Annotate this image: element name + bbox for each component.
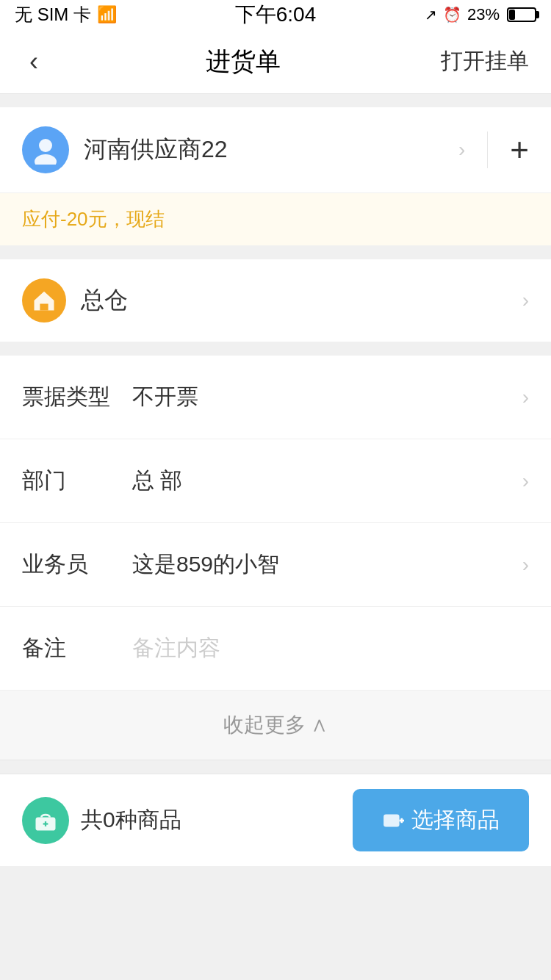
back-button[interactable]: ‹ bbox=[22, 39, 46, 84]
warehouse-name: 总仓 bbox=[81, 284, 522, 317]
department-label: 部门 bbox=[22, 466, 118, 496]
invoice-type-label: 票据类型 bbox=[22, 382, 118, 412]
select-product-label: 选择商品 bbox=[411, 805, 500, 835]
svg-point-0 bbox=[39, 139, 52, 152]
battery-icon bbox=[507, 7, 536, 22]
section-divider-4 bbox=[0, 760, 551, 774]
nav-bar: ‹ 进货单 打开挂单 bbox=[0, 29, 551, 94]
status-right: ↗ ⏰ 23% bbox=[425, 5, 536, 24]
form-section: 票据类型 不开票 › 部门 总 部 › 业务员 这是859的小智 › 备注 备注… bbox=[0, 356, 551, 691]
warehouse-section: 总仓 › bbox=[0, 259, 551, 342]
svg-point-1 bbox=[35, 154, 57, 165]
background-area bbox=[0, 866, 551, 980]
battery-percent: 23% bbox=[467, 5, 500, 24]
carrier-text: 无 SIM 卡 bbox=[15, 3, 91, 26]
select-product-button[interactable]: 选择商品 bbox=[353, 789, 529, 851]
select-product-icon bbox=[382, 810, 404, 832]
svg-rect-2 bbox=[40, 304, 48, 311]
salesman-value: 这是859的小智 bbox=[132, 550, 522, 580]
add-supplier-button[interactable]: + bbox=[487, 131, 529, 168]
supplier-name: 河南供应商22 bbox=[84, 134, 458, 166]
bottom-bar: 共0种商品 选择商品 bbox=[0, 774, 551, 866]
status-time: 下午6:04 bbox=[235, 1, 317, 29]
house-icon bbox=[31, 287, 57, 314]
alarm-icon: ⏰ bbox=[443, 6, 461, 24]
notice-banner: 应付-20元，现结 bbox=[0, 193, 551, 246]
invoice-type-row[interactable]: 票据类型 不开票 › bbox=[0, 356, 551, 439]
supplier-avatar bbox=[22, 126, 69, 173]
collapse-row[interactable]: 收起更多 ∧ bbox=[0, 691, 551, 760]
wifi-icon: 📶 bbox=[97, 5, 117, 24]
bag-icon bbox=[32, 807, 59, 834]
remark-label: 备注 bbox=[22, 633, 118, 663]
product-bag-icon bbox=[22, 797, 69, 844]
warehouse-icon bbox=[22, 278, 66, 323]
warehouse-row[interactable]: 总仓 › bbox=[0, 259, 551, 342]
invoice-type-chevron-icon: › bbox=[522, 386, 529, 409]
svg-rect-6 bbox=[383, 814, 399, 826]
product-count-area: 共0种商品 bbox=[22, 797, 181, 844]
invoice-type-value: 不开票 bbox=[132, 382, 522, 412]
location-icon: ↗ bbox=[425, 6, 437, 24]
department-row[interactable]: 部门 总 部 › bbox=[0, 439, 551, 523]
salesman-row[interactable]: 业务员 这是859的小智 › bbox=[0, 523, 551, 607]
remark-row[interactable]: 备注 备注内容 bbox=[0, 607, 551, 691]
section-divider-3 bbox=[0, 342, 551, 356]
supplier-row[interactable]: 河南供应商22 › + bbox=[0, 107, 551, 193]
product-count-text: 共0种商品 bbox=[81, 805, 181, 835]
supplier-chevron-icon: › bbox=[458, 138, 465, 162]
salesman-label: 业务员 bbox=[22, 550, 118, 580]
salesman-chevron-icon: › bbox=[522, 553, 529, 577]
status-left: 无 SIM 卡 📶 bbox=[15, 3, 117, 26]
department-chevron-icon: › bbox=[522, 469, 529, 493]
person-icon bbox=[31, 135, 60, 165]
warehouse-chevron-icon: › bbox=[522, 289, 529, 312]
status-bar: 无 SIM 卡 📶 下午6:04 ↗ ⏰ 23% bbox=[0, 0, 551, 29]
supplier-section: 河南供应商22 › + 应付-20元，现结 bbox=[0, 107, 551, 246]
page-title: 进货单 bbox=[206, 45, 281, 79]
remark-placeholder[interactable]: 备注内容 bbox=[132, 633, 529, 663]
section-divider-2 bbox=[0, 246, 551, 259]
section-divider-top bbox=[0, 94, 551, 107]
department-value: 总 部 bbox=[132, 466, 522, 496]
open-pending-button[interactable]: 打开挂单 bbox=[441, 46, 529, 76]
